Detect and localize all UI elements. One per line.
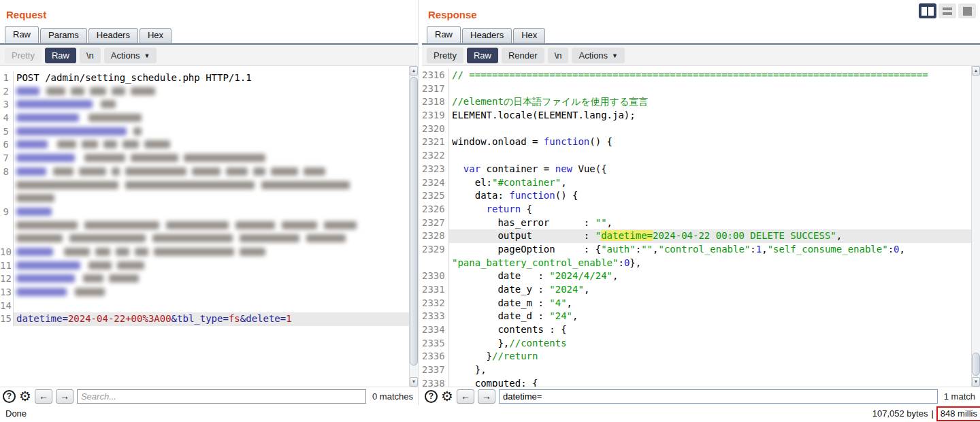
code-token: ,	[561, 177, 566, 188]
tab-headers[interactable]: Headers	[88, 28, 138, 43]
request-search-input[interactable]	[77, 389, 366, 404]
help-icon[interactable]: ?	[425, 390, 438, 403]
columns-layout-icon	[921, 7, 934, 16]
code-token: pageOption : {	[452, 244, 601, 255]
code-token: window.onload =	[452, 136, 544, 147]
response-time-annotation: 848 millis	[936, 406, 980, 421]
search-prev-button[interactable]: ←	[457, 389, 474, 404]
line-number: 8	[0, 165, 14, 179]
request-code-area[interactable]: 1POST /admin/setting_schedule.php HTTP/1…	[0, 66, 409, 387]
code-token: 1	[756, 244, 762, 255]
request-panel: Request RawParamsHeadersHex PrettyRaw\nA…	[0, 0, 418, 405]
line-number: 15	[0, 312, 14, 326]
render-button[interactable]: Render	[502, 48, 544, 63]
code-token: "#container"	[492, 177, 561, 188]
code-token: ,	[584, 284, 589, 295]
tab-hex[interactable]: Hex	[140, 28, 172, 43]
line-number: 2316	[422, 69, 449, 82]
metrics-separator: |	[931, 408, 933, 419]
newline-toggle-button[interactable]: \n	[548, 48, 569, 63]
help-icon[interactable]: ?	[3, 390, 16, 403]
request-editor[interactable]: 1POST /admin/setting_schedule.php HTTP/1…	[0, 66, 418, 387]
line-number	[422, 257, 449, 270]
redacted-text	[16, 114, 79, 122]
search-next-button[interactable]: →	[478, 389, 495, 404]
search-next-button[interactable]: →	[56, 389, 74, 404]
code-token: function	[544, 136, 589, 147]
scroll-up-icon[interactable]: ▲	[972, 66, 980, 76]
layout-rows-button[interactable]	[938, 3, 956, 18]
code-token: datetime	[16, 313, 62, 324]
pretty-button[interactable]: Pretty	[5, 48, 42, 63]
redacted-text	[16, 127, 127, 135]
raw-button[interactable]: Raw	[45, 48, 76, 63]
response-code-area[interactable]: 2316// =================================…	[422, 66, 971, 387]
request-panel-title: Request	[0, 0, 418, 26]
code-line: 2327 has_error : "",	[422, 216, 971, 230]
actions-button[interactable]: Actions▼	[572, 48, 625, 63]
code-token: delete	[246, 313, 280, 324]
newline-toggle-button[interactable]: \n	[80, 48, 101, 63]
scroll-down-icon[interactable]: ▼	[972, 377, 980, 387]
code-line: 2321window.onload = function() {	[422, 135, 971, 149]
code-token: fs	[229, 313, 240, 324]
redacted-text	[122, 140, 139, 148]
gear-icon[interactable]: ⚙	[19, 390, 31, 403]
pretty-button[interactable]: Pretty	[427, 48, 463, 63]
code-line: 2318//elementの日本語ファイルを使用する宣言	[422, 95, 971, 109]
tab-hex[interactable]: Hex	[513, 28, 545, 43]
layout-columns-button[interactable]	[919, 3, 936, 18]
response-metrics: 107,052 bytes | 848 millis	[872, 406, 980, 421]
tab-raw[interactable]: Raw	[427, 26, 461, 43]
code-token: "2024/4/24"	[549, 270, 612, 281]
request-match-count: 0 matches	[372, 391, 413, 402]
request-scrollbar[interactable]: ▲ ▼	[409, 66, 418, 387]
request-search-bar: ? ⚙ ← → 0 matches	[0, 387, 418, 405]
code-token: &	[240, 313, 246, 324]
redacted-text	[101, 100, 116, 108]
tab-headers[interactable]: Headers	[462, 28, 512, 43]
redacted-text	[84, 221, 159, 229]
line-number: 2334	[422, 323, 449, 337]
scroll-down-icon[interactable]: ▼	[410, 377, 418, 387]
line-number: 7	[0, 152, 14, 165]
response-search-input[interactable]	[499, 389, 938, 404]
response-editor[interactable]: 2316// =================================…	[422, 66, 980, 387]
raw-button[interactable]: Raw	[467, 48, 498, 63]
redacted-text	[16, 248, 53, 256]
tab-params[interactable]: Params	[40, 28, 87, 43]
code-line: 2326 return {	[422, 203, 971, 216]
response-scrollbar-thumb[interactable]	[972, 353, 980, 376]
line-number: 12	[0, 272, 14, 286]
code-token: new	[555, 163, 572, 174]
redacted-text	[125, 181, 255, 189]
search-prev-button[interactable]: ←	[35, 389, 52, 404]
code-token: ,	[612, 270, 618, 281]
chevron-down-icon: ▼	[612, 52, 618, 59]
redacted-text	[125, 167, 186, 176]
tab-raw[interactable]: Raw	[5, 26, 39, 43]
line-number	[0, 232, 14, 246]
redacted-text	[166, 221, 229, 229]
code-token: ,	[572, 310, 578, 321]
response-scrollbar[interactable]: ▲ ▼	[971, 66, 980, 387]
response-match-count: 1 match	[944, 391, 975, 402]
redacted-text	[16, 194, 54, 202]
layout-single-button[interactable]	[958, 3, 976, 18]
code-token: container =	[480, 163, 555, 174]
redacted-text	[16, 140, 48, 148]
redacted-text	[109, 274, 139, 282]
code-token: :	[636, 244, 641, 255]
redacted-text	[16, 288, 67, 296]
request-scrollbar-thumb[interactable]	[410, 77, 418, 366]
code-line: 2325 data: function() {	[422, 189, 971, 203]
code-line: 2337 },	[422, 363, 971, 377]
code-line: 9	[0, 206, 409, 219]
scroll-up-icon[interactable]: ▲	[410, 66, 418, 76]
redacted-text	[131, 154, 178, 162]
redacted-text	[184, 154, 265, 162]
actions-button[interactable]: Actions▼	[104, 48, 157, 63]
gear-icon[interactable]: ⚙	[441, 390, 453, 403]
code-line: 6	[0, 138, 409, 152]
line-number: 2322	[422, 149, 449, 163]
